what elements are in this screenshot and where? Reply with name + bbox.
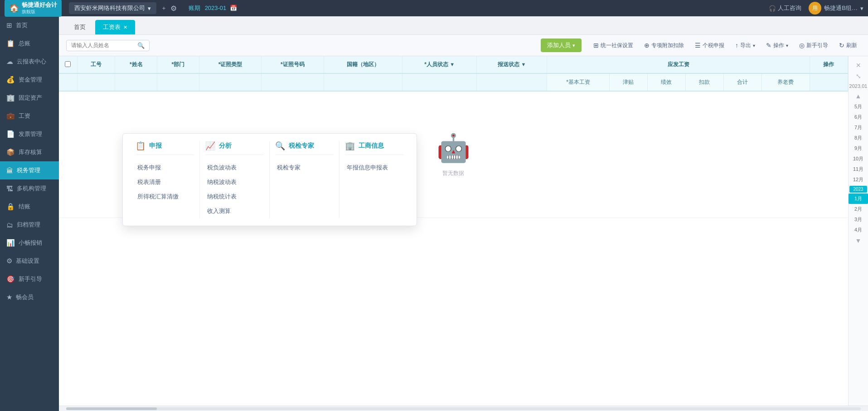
operation-icon: ✎ (766, 42, 771, 49)
popup-item-tax-declaration[interactable]: 税务申报 (136, 160, 194, 175)
guide-btn[interactable]: ◎ 新手引导 (795, 40, 832, 51)
fen-xi-label: 分析 (219, 142, 232, 150)
gong-shang-icon: 🏢 (345, 141, 355, 151)
sidebar-item-cloud[interactable]: ☁ 云报表中心 (0, 53, 59, 71)
th-number: 工号 (77, 56, 115, 73)
th-name: *姓名 (115, 56, 157, 73)
operation-btn[interactable]: ✎ 操作 ▾ (762, 40, 792, 51)
sidebar-label-home: 首页 (16, 21, 28, 29)
tax-icon: 🏛 (6, 167, 13, 174)
search-input[interactable] (71, 42, 135, 48)
shen-bao-label: 申报 (149, 142, 162, 150)
add-person-button[interactable]: 添加人员 ▾ (541, 39, 582, 52)
cloud-icon: ☁ (6, 58, 13, 66)
export-btn[interactable]: ↑ 导出 ▾ (732, 40, 759, 51)
th-base-wage: *基本工资 (547, 73, 609, 91)
report-filter-icon[interactable]: ▼ (521, 62, 526, 67)
sidebar-item-invoice[interactable]: 📄 发票管理 (0, 125, 59, 143)
th-sub-empty-4 (199, 73, 261, 91)
guide-icon: 🎯 (6, 275, 15, 283)
timeline-month-11[interactable]: 11月 (849, 164, 868, 174)
popup-item-tax-expert[interactable]: 税检专家 (275, 160, 334, 175)
calendar-icon[interactable]: 📅 (230, 5, 237, 11)
select-all-checkbox[interactable] (65, 61, 71, 67)
sidebar-item-ledger[interactable]: 📋 总账 (0, 34, 59, 53)
popup-item-annual-report[interactable]: 年报信息申报表 (345, 160, 404, 175)
sidebar-item-tax[interactable]: 🏛 税务管理 (0, 161, 59, 179)
sidebar-item-stock[interactable]: 📦 库存核算 (0, 143, 59, 161)
settings-icon[interactable]: ⚙ (170, 4, 177, 13)
tab-salary-label: 工资表 (103, 23, 121, 31)
sidebar-item-close[interactable]: 🔒 结账 (0, 198, 59, 216)
timeline-expand-icon[interactable]: ⤡ (854, 71, 863, 82)
ledger-icon: 📋 (6, 39, 15, 48)
user-area[interactable]: 用 畅捷通B组… ▾ (809, 2, 863, 15)
timeline-up-arrow[interactable]: ▲ (853, 91, 863, 102)
company-selector[interactable]: 西安虾米网络科技有限公司 ▾ (69, 2, 156, 14)
popup-item-tax-stat[interactable]: 纳税统计表 (205, 189, 264, 204)
popup-item-tax-rate-fluctuation[interactable]: 纳税波动表 (205, 175, 264, 189)
timeline-down-arrow[interactable]: ▼ (853, 235, 863, 246)
sidebar-label-cloud: 云报表中心 (17, 58, 46, 66)
th-id-number: *证照号码 (262, 56, 324, 73)
th-sub-empty-7 (402, 73, 477, 91)
sidebar-item-archive[interactable]: 🗂 归档管理 (0, 216, 59, 234)
popup-item-income-forecast[interactable]: 收入测算 (205, 204, 264, 218)
sidebar-item-salary[interactable]: 💼 工资 (0, 107, 59, 125)
shui-jian-icon: 🔍 (275, 141, 285, 151)
period-value[interactable]: 2023-01 (205, 5, 227, 11)
add-company-icon[interactable]: ＋ (161, 4, 167, 12)
status-filter-icon[interactable]: ▼ (450, 62, 455, 67)
tax-return-btn[interactable]: ☰ 个税申报 (691, 40, 728, 51)
popup-item-tax-fluctuation[interactable]: 税负波动表 (205, 160, 264, 175)
user-chevron-icon: ▾ (860, 5, 863, 12)
sidebar-item-multi[interactable]: 🏗 多机构管理 (0, 179, 59, 198)
multi-icon: 🏗 (6, 185, 13, 193)
timeline-month-3[interactable]: 3月 (849, 214, 868, 225)
sidebar-item-fund[interactable]: 💰 资金管理 (0, 71, 59, 89)
timeline-month-6[interactable]: 6月 (849, 112, 868, 122)
sidebar-label-basic: 基础设置 (16, 257, 39, 265)
tab-close-icon[interactable]: ✕ (123, 24, 127, 30)
sidebar-label-fund: 资金管理 (19, 76, 42, 84)
popup-col-title-shen-bao: 📋 申报 (136, 141, 194, 155)
social-security-btn[interactable]: ⊞ 统一社保设置 (590, 40, 637, 51)
timeline-month-1[interactable]: 1月 (849, 193, 868, 204)
support-label: 人工咨询 (778, 4, 801, 12)
th-checkbox[interactable] (59, 56, 77, 73)
dropdown-popup: 📋 申报 税务申报 税表清册 所得税汇算清缴 (122, 133, 417, 226)
timeline-month-2[interactable]: 2月 (849, 204, 868, 214)
popup-item-income-settlement[interactable]: 所得税汇算清缴 (136, 189, 194, 204)
archive-icon: 🗂 (6, 221, 13, 229)
timeline-month-4[interactable]: 4月 (849, 225, 868, 235)
sidebar-item-basic[interactable]: ⚙ 基础设置 (0, 252, 59, 270)
timeline-month-10[interactable]: 10月 (849, 154, 868, 164)
sidebar-item-report[interactable]: 📊 小畅报销 (0, 234, 59, 252)
timeline-month-7[interactable]: 7月 (849, 122, 868, 133)
timeline-month-12[interactable]: 12月 (849, 174, 868, 185)
no-data-text: 暂无数据 (442, 169, 464, 177)
logo-area[interactable]: 🏠 畅捷通好会计 旗舰版 (5, 0, 62, 17)
social-security-icon: ⊞ (593, 42, 599, 49)
sidebar-item-guide[interactable]: 🎯 新手引导 (0, 270, 59, 288)
tab-salary-table[interactable]: 工资表 ✕ (95, 20, 135, 34)
th-performance: 绩效 (647, 73, 685, 91)
timeline-close-icon[interactable]: ✕ (854, 60, 863, 71)
popup-item-tax-table[interactable]: 税表清册 (136, 175, 194, 189)
shen-bao-icon: 📋 (136, 141, 145, 151)
support-button[interactable]: 🎧 人工咨询 (769, 4, 801, 12)
scroll-thumb[interactable] (66, 407, 157, 410)
timeline-month-9[interactable]: 9月 (849, 143, 868, 154)
deduction-btn[interactable]: ⊕ 专项附加扣除 (640, 40, 688, 51)
tab-home[interactable]: 首页 (66, 20, 93, 34)
sidebar-item-home[interactable]: ⊞ 首页 (0, 16, 59, 34)
refresh-btn[interactable]: ↻ 刷新 (835, 40, 861, 51)
sidebar-item-member[interactable]: ★ 畅会员 (0, 288, 59, 306)
search-icon[interactable]: 🔍 (137, 42, 145, 49)
bottom-scrollbar[interactable] (59, 406, 868, 411)
timeline-month-8[interactable]: 8月 (849, 133, 868, 143)
sidebar-item-assets[interactable]: 🏢 固定资产 (0, 89, 59, 107)
timeline-month-5[interactable]: 5月 (849, 102, 868, 112)
popup-col-fen-xi: 📈 分析 税负波动表 纳税波动表 纳税统计表 收入 (200, 141, 270, 218)
sidebar-label-report: 小畅报销 (19, 239, 42, 247)
